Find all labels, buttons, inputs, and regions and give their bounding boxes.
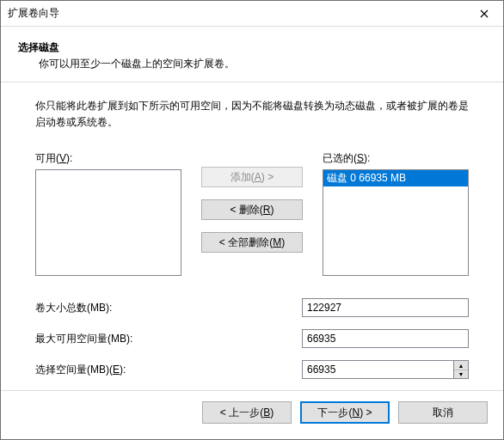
selected-listbox[interactable]: 磁盘 0 66935 MB: [323, 169, 469, 276]
total-size-label: 卷大小总数(MB):: [35, 301, 302, 315]
max-size-row: 最大可用空间量(MB): 66935: [35, 329, 469, 348]
list-item[interactable]: 磁盘 0 66935 MB: [323, 170, 468, 186]
max-size-value: 66935: [302, 329, 469, 348]
select-size-row: 选择空间量(MB)(E): ▲ ▼: [35, 360, 469, 379]
wizard-header: 选择磁盘 你可以用至少一个磁盘上的空间来扩展卷。: [1, 27, 503, 82]
total-size-value: 122927: [302, 298, 469, 317]
select-size-input[interactable]: [302, 360, 453, 379]
wizard-footer: < 上一步(B) 下一步(N) > 取消: [1, 391, 503, 439]
back-button[interactable]: < 上一步(B): [202, 401, 292, 424]
selected-column: 已选的(S): 磁盘 0 66935 MB: [323, 151, 469, 276]
header-subtitle: 你可以用至少一个磁盘上的空间来扩展卷。: [39, 57, 477, 71]
spinner-down-icon[interactable]: ▼: [454, 370, 468, 379]
size-fields: 卷大小总数(MB): 122927 最大可用空间量(MB): 66935 选择空…: [35, 298, 469, 379]
info-text: 你只能将此卷扩展到如下所示的可用空间，因为不能将磁盘转换为动态磁盘，或者被扩展的…: [35, 98, 469, 131]
remove-all-button[interactable]: < 全部删除(M): [201, 232, 303, 253]
window-title: 扩展卷向导: [8, 6, 59, 21]
next-button[interactable]: 下一步(N) >: [300, 401, 390, 424]
select-size-label: 选择空间量(MB)(E):: [35, 363, 302, 377]
close-icon[interactable]: [464, 1, 503, 26]
total-size-row: 卷大小总数(MB): 122927: [35, 298, 469, 317]
disk-selection-row: 可用(V): 添加(A) > < 删除(R) < 全部删除(M) 已选的(S):: [35, 151, 469, 276]
remove-button[interactable]: < 删除(R): [201, 199, 303, 220]
wizard-content: 你只能将此卷扩展到如下所示的可用空间，因为不能将磁盘转换为动态磁盘，或者被扩展的…: [1, 82, 503, 390]
available-column: 可用(V):: [35, 151, 181, 276]
selected-label: 已选的(S):: [323, 151, 469, 166]
add-button[interactable]: 添加(A) >: [201, 167, 303, 187]
wizard-window: 扩展卷向导 选择磁盘 你可以用至少一个磁盘上的空间来扩展卷。 你只能将此卷扩展到…: [0, 0, 504, 440]
max-size-label: 最大可用空间量(MB):: [35, 332, 302, 346]
header-title: 选择磁盘: [18, 40, 477, 55]
available-listbox[interactable]: [35, 169, 181, 276]
select-size-spinner[interactable]: ▲ ▼: [302, 360, 469, 379]
available-label: 可用(V):: [35, 151, 181, 166]
cancel-button[interactable]: 取消: [398, 401, 488, 424]
spinner-arrows: ▲ ▼: [453, 360, 469, 379]
spinner-up-icon[interactable]: ▲: [454, 361, 468, 370]
titlebar: 扩展卷向导: [1, 1, 503, 27]
transfer-buttons: 添加(A) > < 删除(R) < 全部删除(M): [181, 151, 323, 253]
